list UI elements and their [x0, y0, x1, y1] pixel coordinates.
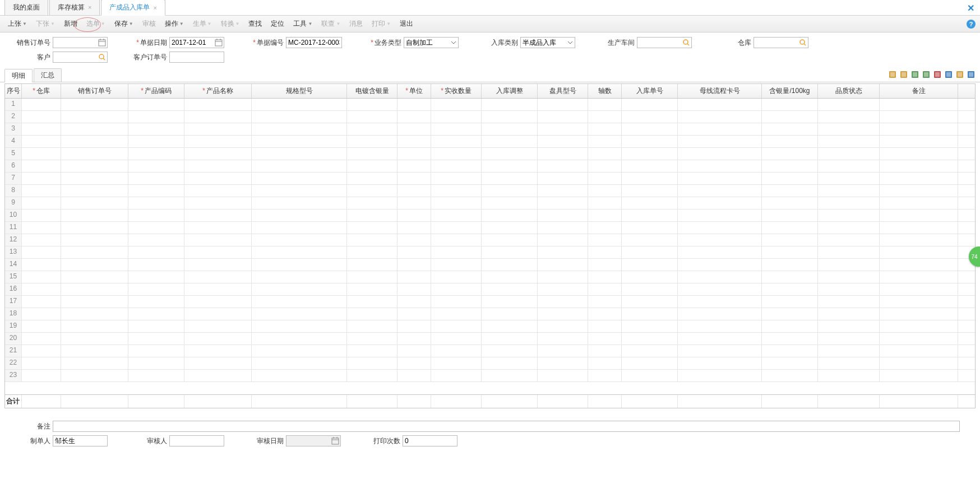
label-maker: 制单人	[6, 436, 53, 446]
col-header-1[interactable]: *仓库	[22, 84, 61, 98]
svg-rect-5	[913, 72, 917, 77]
horizontal-scrollbar[interactable]	[4, 408, 976, 417]
table-row[interactable]: 19	[5, 320, 975, 333]
copy-icon[interactable]	[888, 70, 897, 79]
toolbar-操作[interactable]: 操作▼	[161, 17, 187, 30]
import-icon[interactable]	[922, 70, 931, 79]
table-row[interactable]: 15	[5, 271, 975, 283]
col-header-8[interactable]: *实收数量	[431, 84, 482, 98]
col-header-11[interactable]: 轴数	[588, 84, 622, 98]
col-header-14[interactable]: 含银量/100kg	[762, 84, 818, 98]
col-header-15[interactable]: 品质状态	[818, 84, 880, 98]
remark-input[interactable]	[53, 421, 960, 432]
paste-icon[interactable]	[899, 70, 908, 79]
table-row[interactable]: 3	[5, 123, 975, 136]
label-cust-order: 客户订单号	[122, 53, 169, 62]
toolbar-上张[interactable]: 上张▼	[4, 17, 30, 30]
table-row[interactable]: 5	[5, 148, 975, 160]
doc-no-input[interactable]	[286, 37, 342, 48]
label-remark: 备注	[6, 422, 53, 431]
col-header-10[interactable]: 盘具型号	[538, 84, 588, 98]
tab-2[interactable]: 产成品入库单×	[101, 0, 165, 16]
sales-order-input[interactable]	[53, 37, 108, 48]
svg-rect-9	[935, 72, 940, 77]
print-count-input[interactable]	[403, 435, 457, 446]
toolbar-消息: 消息	[346, 17, 366, 30]
maker-input[interactable]	[53, 435, 108, 446]
col-header-9[interactable]: 入库调整	[482, 84, 538, 98]
col-header-4[interactable]: *产品名称	[184, 84, 252, 98]
table-row[interactable]: 20	[5, 333, 975, 345]
delete-row-icon[interactable]	[933, 70, 942, 79]
col-header-0[interactable]: 序号	[5, 84, 22, 98]
label-customer: 客户	[6, 53, 53, 62]
subtab-明细[interactable]: 明细	[4, 69, 33, 82]
grid-body[interactable]: 1234567891011121314151617181920212223	[5, 99, 975, 394]
table-row[interactable]: 22	[5, 357, 975, 370]
refresh-icon[interactable]	[944, 70, 953, 79]
table-row[interactable]: 6	[5, 160, 975, 173]
table-row[interactable]: 8	[5, 185, 975, 197]
biz-type-select[interactable]	[404, 37, 459, 48]
table-row[interactable]: 17	[5, 296, 975, 308]
in-type-select[interactable]	[520, 37, 575, 48]
table-row[interactable]: 11	[5, 222, 975, 234]
table-row[interactable]: 21	[5, 345, 975, 357]
export-icon[interactable]	[910, 70, 919, 79]
col-header-2[interactable]: 销售订单号	[61, 84, 128, 98]
col-header-16[interactable]: 备注	[880, 84, 958, 98]
header-form: 销售订单号 *单据日期 *单据编号 *业务类型 入库类别 生产车间 仓库 客户 …	[0, 32, 980, 68]
col-header-6[interactable]: 电镀含银量	[347, 84, 397, 98]
col-header-5[interactable]: 规格型号	[252, 84, 347, 98]
label-audit-date: 审核日期	[239, 436, 286, 446]
close-icon[interactable]: ✕	[967, 3, 974, 13]
audit-date-input[interactable]	[286, 435, 341, 446]
toolbar-定位[interactable]: 定位	[267, 17, 288, 30]
table-row[interactable]: 14	[5, 259, 975, 271]
table-row[interactable]: 12	[5, 234, 975, 246]
tab-close-icon[interactable]: ×	[88, 4, 91, 11]
table-row[interactable]: 16	[5, 283, 975, 296]
auditor-input[interactable]	[169, 435, 224, 446]
table-row[interactable]: 7	[5, 173, 975, 185]
tab-1[interactable]: 库存核算×	[49, 0, 100, 15]
warehouse-input[interactable]	[754, 37, 808, 48]
toolbar-新增[interactable]: 新增	[61, 17, 81, 30]
col-header-12[interactable]: 入库单号	[622, 84, 678, 98]
chart-icon[interactable]	[955, 70, 964, 79]
customer-input[interactable]	[53, 52, 108, 63]
tab-0[interactable]: 我的桌面	[4, 0, 48, 15]
toolbar-查找[interactable]: 查找	[245, 17, 265, 30]
help-icon[interactable]: ?	[967, 20, 976, 29]
doc-date-input[interactable]	[169, 37, 224, 48]
tab-bar: 我的桌面库存核算×产成品入库单× ✕	[0, 0, 980, 16]
col-header-13[interactable]: 母线流程卡号	[678, 84, 762, 98]
tab-close-icon[interactable]: ×	[153, 4, 156, 11]
toolbar-保存[interactable]: 保存▼	[111, 17, 137, 30]
table-row[interactable]: 9	[5, 197, 975, 210]
chevron-down-icon: ▼	[129, 21, 133, 26]
footer-form: 备注 制单人 审核人 审核日期 打印次数	[0, 417, 980, 453]
col-header-7[interactable]: *单位	[397, 84, 431, 98]
table-row[interactable]: 1	[5, 99, 975, 111]
table-row[interactable]: 2	[5, 111, 975, 123]
grid-toolbar	[888, 70, 976, 80]
table-row[interactable]: 18	[5, 308, 975, 320]
label-print-count: 打印次数	[355, 436, 403, 446]
grid-header: 序号*仓库销售订单号*产品编码*产品名称规格型号电镀含银量*单位*实收数量入库调…	[5, 84, 975, 99]
toolbar-选单: 选单▼	[83, 17, 109, 30]
chevron-down-icon: ▼	[22, 21, 27, 26]
col-header-3[interactable]: *产品编码	[128, 84, 184, 98]
chevron-down-icon: ▼	[386, 21, 391, 26]
settings-icon[interactable]	[967, 70, 976, 79]
toolbar-退出[interactable]: 退出	[396, 17, 417, 30]
workshop-input[interactable]	[637, 37, 692, 48]
table-row[interactable]: 10	[5, 210, 975, 222]
table-row[interactable]: 23	[5, 370, 975, 382]
subtab-汇总[interactable]: 汇总	[34, 68, 62, 82]
cust-order-input[interactable]	[169, 52, 224, 63]
table-row[interactable]: 13	[5, 246, 975, 259]
table-row[interactable]: 4	[5, 136, 975, 148]
chevron-down-icon: ▼	[101, 21, 105, 26]
toolbar-工具[interactable]: 工具▼	[290, 17, 316, 30]
